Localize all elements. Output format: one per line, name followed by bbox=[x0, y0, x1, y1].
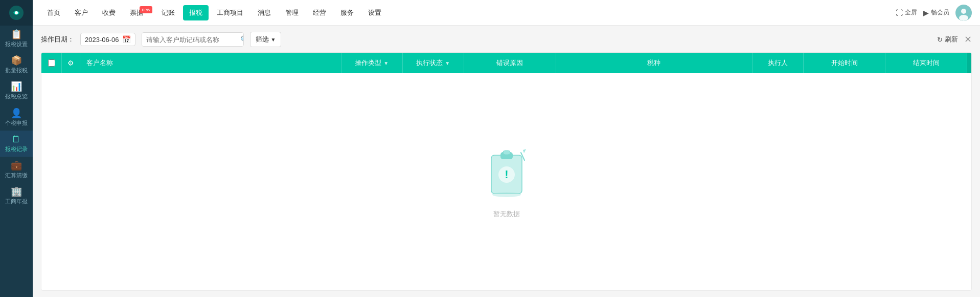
sidebar-item-piliang-baoshui[interactable]: 📦 批量报税 bbox=[0, 52, 33, 78]
topnav-item-kehu[interactable]: 客户 bbox=[69, 5, 94, 20]
th-executor: 执行人 bbox=[753, 53, 804, 73]
topnav-item-shouye[interactable]: 首页 bbox=[41, 5, 66, 20]
topnav-item-xiaoxi[interactable]: 消息 bbox=[252, 5, 277, 20]
main-area: 首页 客户 收费 票据 new 记账 报税 工商项目 消息 bbox=[33, 0, 980, 297]
th-settings[interactable]: ⚙ bbox=[62, 53, 80, 73]
gongshang-nianbao-icon: 🏢 bbox=[11, 187, 22, 196]
svg-point-3 bbox=[961, 9, 966, 14]
refresh-icon: ↻ bbox=[937, 36, 943, 44]
th-error-reason: 错误原因 bbox=[464, 53, 556, 73]
sidebar-item-huisuan-jiaona-label: 汇算清缴 bbox=[5, 172, 28, 179]
search-input[interactable] bbox=[142, 33, 236, 46]
logo-icon bbox=[8, 5, 25, 21]
topnav-item-jingying[interactable]: 经营 bbox=[307, 5, 332, 20]
sidebar: 📋 报税设置 📦 批量报税 📊 报税总览 👤 个税申报 🗒 报税记录 💼 汇算清… bbox=[0, 0, 33, 297]
th-op-type[interactable]: 操作类型 ▼ bbox=[341, 53, 403, 73]
baoshui-jilu-icon: 🗒 bbox=[12, 135, 21, 144]
toolbar-right: ↻ 刷新 ✕ bbox=[937, 34, 972, 45]
sidebar-item-baoshui-shezhi[interactable]: 📋 报税设置 bbox=[0, 26, 33, 52]
filter-button[interactable]: 筛选 ▼ bbox=[250, 32, 282, 47]
th-tax-type: 税种 bbox=[556, 53, 753, 73]
sidebar-logo[interactable] bbox=[0, 0, 33, 26]
sidebar-item-piliang-baoshui-label: 批量报税 bbox=[5, 67, 28, 74]
select-all-checkbox[interactable] bbox=[48, 59, 55, 67]
svg-point-4 bbox=[959, 15, 968, 21]
huisuan-jiaona-icon: 💼 bbox=[11, 161, 22, 170]
sidebar-item-baoshui-shezhi-label: 报税设置 bbox=[5, 41, 28, 48]
svg-marker-11 bbox=[523, 149, 526, 153]
topnav-item-guanli[interactable]: 管理 bbox=[279, 5, 305, 20]
th-scrollbar-space bbox=[967, 53, 971, 73]
topnav-item-jizhang[interactable]: 记账 bbox=[155, 5, 181, 20]
topnav: 首页 客户 收费 票据 new 记账 报税 工商项目 消息 bbox=[33, 0, 980, 26]
svg-text:!: ! bbox=[505, 168, 508, 181]
svg-point-1 bbox=[15, 11, 18, 14]
topnav-item-piaoju[interactable]: 票据 new bbox=[124, 5, 153, 20]
geshui-shenbao-icon: 👤 bbox=[11, 109, 22, 118]
topnav-item-gongshang-xiangmu[interactable]: 工商项目 bbox=[211, 5, 249, 20]
empty-text: 暂无数据 bbox=[493, 209, 520, 219]
baoshui-shezhi-icon: 📋 bbox=[11, 30, 22, 39]
table-header: ⚙ 客户名称 操作类型 ▼ 执行状态 ▼ 错误原因 税种 bbox=[41, 53, 971, 73]
th-checkbox[interactable] bbox=[41, 53, 62, 73]
topnav-items: 首页 客户 收费 票据 new 记账 报税 工商项目 消息 bbox=[41, 5, 896, 20]
table-body: ! 暂无数据 bbox=[41, 73, 971, 290]
chevron-down-icon: ▼ bbox=[271, 37, 276, 43]
toolbar: 操作日期： 2023-06-06 📅 🔍 筛选 ▼ ↻ 刷新 ✕ bbox=[41, 32, 972, 47]
th-name: 客户名称 bbox=[80, 53, 341, 73]
date-label: 操作日期： bbox=[41, 35, 74, 44]
sidebar-item-baoshui-zonglarn[interactable]: 📊 报税总览 bbox=[0, 78, 33, 104]
piliang-baoshui-icon: 📦 bbox=[11, 56, 22, 65]
th-exec-status[interactable]: 执行状态 ▼ bbox=[403, 53, 464, 73]
sidebar-item-geshui-shenbao-label: 个税申报 bbox=[5, 120, 28, 126]
sidebar-item-baoshui-zonglarn-label: 报税总览 bbox=[5, 93, 28, 100]
topnav-right: ⛶ 全屏 ▶ 畅会员 bbox=[896, 5, 972, 21]
th-start-time: 开始时间 bbox=[804, 53, 885, 73]
empty-state: ! 暂无数据 bbox=[481, 145, 532, 219]
sidebar-item-baoshui-jilu-label: 报税记录 bbox=[5, 146, 28, 153]
exec-status-sort-icon: ▼ bbox=[445, 60, 450, 66]
play-icon: ▶ bbox=[923, 9, 929, 17]
avatar-image bbox=[955, 5, 972, 21]
topnav-item-baoshui[interactable]: 报税 bbox=[183, 5, 209, 20]
svg-point-12 bbox=[492, 192, 521, 197]
piaoju-badge: new bbox=[140, 6, 152, 14]
topnav-item-fuwu[interactable]: 服务 bbox=[334, 5, 360, 20]
calendar-icon: 📅 bbox=[122, 35, 131, 44]
sidebar-item-geshui-shenbao[interactable]: 👤 个税申报 bbox=[0, 104, 33, 131]
empty-illustration: ! bbox=[481, 145, 532, 201]
fullscreen-icon: ⛶ bbox=[896, 9, 903, 17]
sidebar-item-gongshang-nianbao-label: 工商年报 bbox=[5, 198, 28, 205]
search-wrap: 🔍 bbox=[142, 32, 244, 47]
topnav-item-shoufei[interactable]: 收费 bbox=[96, 5, 122, 20]
sidebar-item-huisuan-jiaona[interactable]: 💼 汇算清缴 bbox=[0, 157, 33, 183]
settings-icon: ⚙ bbox=[67, 59, 74, 67]
filter-label: 筛选 bbox=[256, 35, 269, 44]
op-type-sort-icon: ▼ bbox=[383, 60, 389, 66]
refresh-button[interactable]: ↻ 刷新 bbox=[937, 35, 958, 44]
sidebar-item-gongshang-nianbao[interactable]: 🏢 工商年报 bbox=[0, 183, 33, 209]
fullscreen-button[interactable]: ⛶ 全屏 bbox=[896, 8, 917, 17]
table-wrap: ⚙ 客户名称 操作类型 ▼ 执行状态 ▼ 错误原因 税种 bbox=[41, 52, 972, 291]
topnav-item-shezhi[interactable]: 设置 bbox=[362, 5, 388, 20]
sidebar-item-baoshui-jilu[interactable]: 🗒 报税记录 bbox=[0, 131, 33, 157]
search-button[interactable]: 🔍 bbox=[236, 33, 244, 46]
user-avatar[interactable] bbox=[955, 5, 972, 21]
date-value: 2023-06-06 bbox=[85, 36, 119, 44]
close-button[interactable]: ✕ bbox=[964, 34, 972, 45]
th-end-time: 结束时间 bbox=[885, 53, 967, 73]
baoshui-zonglarn-icon: 📊 bbox=[11, 82, 22, 91]
member-button[interactable]: ▶ 畅会员 bbox=[923, 8, 949, 17]
date-picker[interactable]: 2023-06-06 📅 bbox=[80, 33, 135, 46]
content: 操作日期： 2023-06-06 📅 🔍 筛选 ▼ ↻ 刷新 ✕ bbox=[33, 26, 980, 297]
svg-rect-7 bbox=[503, 151, 510, 155]
